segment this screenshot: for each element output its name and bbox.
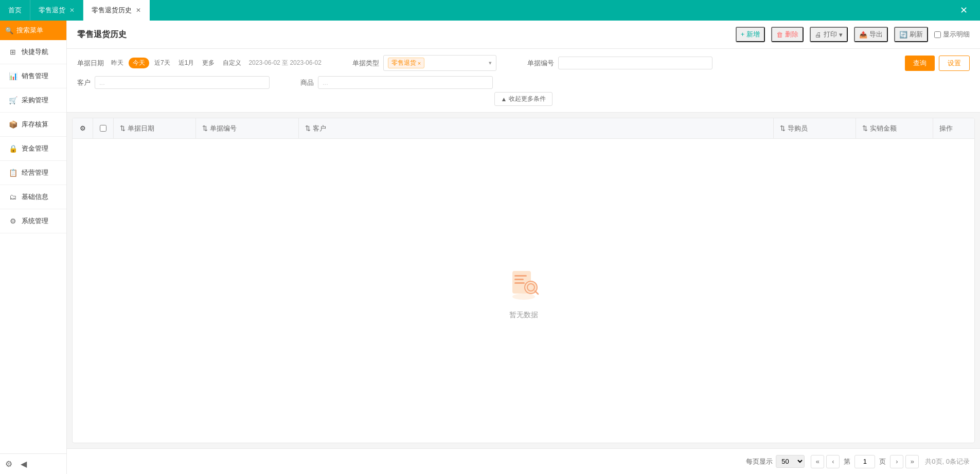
export-icon: 📤	[859, 31, 867, 39]
print-button-label: 打印	[824, 30, 837, 39]
date-shortcuts: 昨天 今天 近7天 近1月 更多 自定义	[108, 58, 244, 68]
window-close-button[interactable]: ✕	[956, 3, 972, 18]
last-page-button[interactable]: »	[905, 455, 919, 468]
col-guide-sort-icon: ⇅	[780, 124, 786, 132]
per-page-selector: 每页显示 50 10 20 100	[746, 455, 805, 468]
goods-label: 商品	[300, 78, 314, 87]
top-bar-right: ✕	[956, 3, 980, 18]
select-all-checkbox[interactable]	[100, 125, 106, 132]
total-info: 共0页, 0条记录	[925, 457, 970, 466]
today-shortcut[interactable]: 今天	[129, 58, 149, 68]
sidebar-item-basic-info[interactable]: 🗂 基础信息	[0, 185, 66, 209]
page-number-input[interactable]	[854, 455, 875, 468]
prev-page-button[interactable]: ‹	[826, 455, 840, 468]
basic-info-icon: 🗂	[8, 192, 17, 202]
last1month-shortcut[interactable]: 近1月	[175, 58, 198, 68]
header-actions: + 新增 🗑 删除 🖨 打印 ▾ 📤 导出 🔄 刷新	[736, 27, 970, 42]
sidebar-item-system-mgmt[interactable]: ⚙ 系统管理	[0, 209, 66, 233]
col-header-guide[interactable]: ⇅ 导购员	[774, 118, 856, 138]
print-button[interactable]: 🖨 打印 ▾	[810, 27, 848, 42]
custom-shortcut[interactable]: 自定义	[220, 58, 244, 68]
next-page-button[interactable]: ›	[890, 455, 903, 468]
sidebar-item-inventory[interactable]: 📦 库存核算	[0, 113, 66, 137]
collapse-up-icon: ▲	[501, 96, 507, 103]
goods-input[interactable]	[318, 76, 493, 89]
tab-retail-return[interactable]: 零售退货 ✕	[30, 0, 83, 21]
quick-nav-icon: ⊞	[8, 47, 17, 57]
col-header-number[interactable]: ⇅ 单据编号	[196, 118, 299, 138]
collapse-button-label: 收起更多条件	[509, 95, 546, 103]
page-label: 第	[844, 457, 850, 466]
show-detail-label: 显示明细	[943, 30, 970, 39]
delete-icon: 🗑	[776, 31, 783, 39]
page-unit: 页	[879, 457, 886, 466]
tab-retail-return-close[interactable]: ✕	[69, 7, 75, 14]
first-page-button[interactable]: «	[811, 455, 824, 468]
col-amount-sort-icon: ⇅	[862, 124, 868, 132]
svg-point-0	[512, 294, 535, 300]
customer-input[interactable]	[95, 76, 270, 89]
inventory-icon: 📦	[8, 120, 17, 129]
print-dropdown-icon: ▾	[839, 31, 843, 39]
sidebar-settings-button[interactable]: ⚙	[5, 459, 12, 469]
col-date-sort-icon: ⇅	[120, 124, 126, 132]
top-bar: 首页 零售退货 ✕ 零售退货历史 ✕ ✕	[0, 0, 980, 21]
customer-label: 客户	[77, 78, 91, 87]
yesterday-shortcut[interactable]: 昨天	[108, 58, 127, 68]
sidebar-item-finance[interactable]: 🔒 资金管理	[0, 137, 66, 161]
empty-text: 暂无数据	[509, 311, 538, 320]
col-header-customer[interactable]: ⇅ 客户	[299, 118, 774, 138]
col-date-label: 单据日期	[128, 124, 154, 133]
sidebar-item-sales-mgmt[interactable]: 📊 销售管理	[0, 64, 66, 88]
refresh-button[interactable]: 🔄 刷新	[894, 27, 928, 42]
sidebar-bottom: ⚙ ◀	[0, 453, 66, 474]
tab-home[interactable]: 首页	[0, 0, 30, 21]
query-button[interactable]: 查询	[905, 56, 935, 71]
set-button[interactable]: 设置	[939, 56, 970, 71]
tab-home-label: 首页	[8, 6, 22, 15]
goods-filter: 商品	[300, 76, 493, 89]
per-page-select[interactable]: 50 10 20 100	[776, 455, 805, 468]
search-menu-button[interactable]: 🔍 搜索菜单	[0, 21, 66, 40]
show-detail-toggle: 显示明细	[934, 30, 970, 39]
type-label: 单据类型	[352, 59, 379, 68]
table-header: ⚙ ⇅ 单据日期 ⇅ 单据编号 ⇅ 客户 ⇅	[73, 118, 974, 139]
export-button[interactable]: 📤 导出	[854, 27, 888, 42]
show-detail-checkbox[interactable]	[934, 31, 941, 38]
col-header-date[interactable]: ⇅ 单据日期	[114, 118, 196, 138]
collapse-button[interactable]: ▲ 收起更多条件	[494, 92, 553, 106]
sidebar-item-system-label: 系统管理	[22, 216, 48, 226]
new-button-label: + 新增	[741, 30, 760, 39]
table-area: ⚙ ⇅ 单据日期 ⇅ 单据编号 ⇅ 客户 ⇅	[72, 118, 975, 443]
export-button-label: 导出	[869, 30, 883, 39]
table-settings-button[interactable]: ⚙	[73, 118, 93, 138]
col-amount-label: 实销金额	[870, 124, 897, 133]
sidebar-item-purchase-label: 采购管理	[22, 96, 48, 105]
sidebar-item-quick-nav[interactable]: ⊞ 快捷导航	[0, 40, 66, 64]
last7days-shortcut[interactable]: 近7天	[151, 58, 173, 68]
type-select[interactable]: 零售退货 × ▾	[383, 55, 496, 71]
sidebar-item-operations[interactable]: 📋 经营管理	[0, 161, 66, 185]
col-header-amount[interactable]: ⇅ 实销金额	[856, 118, 933, 138]
date-label: 单据日期	[77, 59, 104, 68]
empty-illustration	[503, 262, 544, 304]
refresh-icon: 🔄	[899, 31, 907, 39]
sidebar: 🔍 搜索菜单 ⊞ 快捷导航 📊 销售管理 🛒 采购管理 📦 库存核算 🔒 资金管…	[0, 21, 67, 474]
type-tag: 零售退货 ×	[388, 58, 424, 68]
sidebar-collapse-button[interactable]: ◀	[21, 459, 27, 469]
col-number-sort-icon: ⇅	[202, 124, 208, 132]
delete-button[interactable]: 🗑 删除	[771, 27, 804, 42]
type-tag-close[interactable]: ×	[418, 60, 421, 66]
refresh-button-label: 刷新	[910, 30, 923, 39]
sidebar-item-purchase-mgmt[interactable]: 🛒 采购管理	[0, 88, 66, 113]
new-button[interactable]: + 新增	[736, 27, 765, 42]
table-select-all[interactable]	[93, 118, 114, 138]
more-shortcut[interactable]: 更多	[199, 58, 218, 68]
tab-retail-return-history[interactable]: 零售退货历史 ✕	[83, 0, 150, 21]
per-page-label: 每页显示	[746, 457, 773, 466]
svg-rect-3	[514, 279, 524, 280]
number-input[interactable]	[558, 57, 712, 69]
filter-row-1: 单据日期 昨天 今天 近7天 近1月 更多 自定义 2023-06-02 至 2…	[77, 55, 970, 71]
tab-retail-return-history-close[interactable]: ✕	[136, 7, 141, 14]
page-navigation: « ‹ 第 页 › »	[811, 455, 919, 468]
